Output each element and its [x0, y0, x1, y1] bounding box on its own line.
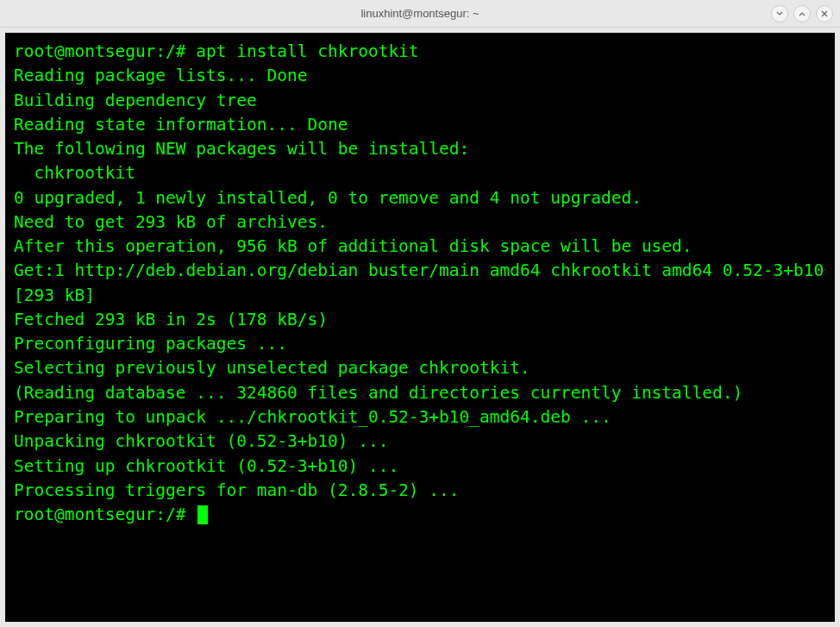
minimize-button[interactable] — [771, 5, 788, 22]
titlebar: linuxhint@montsegur: ~ — [0, 0, 840, 28]
window-title: linuxhint@montsegur: ~ — [360, 7, 479, 20]
minimize-icon — [775, 9, 784, 18]
terminal-line: Fetched 293 kB in 2s (178 kB/s) — [14, 308, 826, 332]
terminal-line: Setting up chkrootkit (0.52-3+b10) ... — [14, 455, 826, 479]
terminal-line: Processing triggers for man-db (2.8.5-2)… — [14, 479, 826, 503]
terminal-line: The following NEW packages will be insta… — [14, 137, 826, 161]
close-icon — [820, 9, 829, 18]
window-controls — [771, 5, 833, 22]
maximize-button[interactable] — [793, 5, 811, 22]
terminal-viewport[interactable]: root@montsegur:/# apt install chkrootkit… — [5, 33, 835, 622]
terminal-line: root@montsegur:/# — [14, 503, 826, 527]
terminal-cursor — [197, 505, 208, 524]
terminal-line: Reading state information... Done — [14, 113, 826, 137]
terminal-line: Need to get 293 kB of archives. — [14, 210, 826, 235]
terminal-line: Get:1 http://deb.debian.org/debian buste… — [14, 259, 826, 308]
terminal-line: Reading package lists... Done — [14, 64, 826, 88]
maximize-icon — [798, 9, 806, 18]
terminal-line: Building dependency tree — [14, 89, 826, 113]
terminal-line: (Reading database ... 324860 files and d… — [14, 381, 826, 405]
terminal-line: Selecting previously unselected package … — [14, 356, 826, 380]
terminal-line: 0 upgraded, 1 newly installed, 0 to remo… — [14, 186, 826, 210]
terminal-line: root@montsegur:/# apt install chkrootkit — [14, 40, 826, 64]
terminal-line: chkrootkit — [14, 161, 826, 185]
terminal-line: After this operation, 956 kB of addition… — [14, 235, 826, 259]
terminal-line: Unpacking chkrootkit (0.52-3+b10) ... — [14, 429, 826, 454]
terminal-line: Preparing to unpack .../chkrootkit_0.52-… — [14, 405, 826, 429]
close-button[interactable] — [816, 5, 833, 22]
terminal-content: root@montsegur:/# apt install chkrootkit… — [14, 40, 826, 527]
terminal-line: Preconfiguring packages ... — [14, 332, 826, 356]
